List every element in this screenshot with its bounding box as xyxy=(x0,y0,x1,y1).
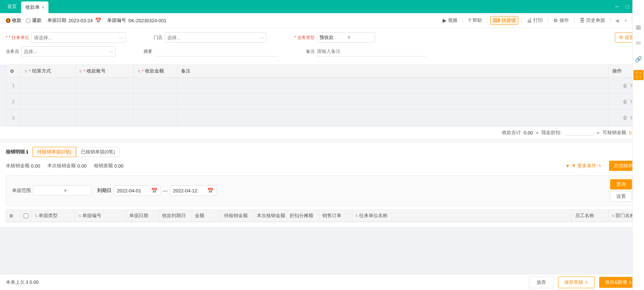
layout-list-icon[interactable]: ≡ xyxy=(622,17,629,24)
biz-type-group: * 业务类型 预收款 ▼ xyxy=(294,32,375,43)
help-btn[interactable]: ? 帮助 xyxy=(466,16,484,24)
divider4 xyxy=(548,17,548,23)
th-action-label: 操作 xyxy=(612,68,622,74)
calendar-icon[interactable]: 📅 xyxy=(95,17,101,23)
th-account-label: 收款账号 xyxy=(87,68,106,74)
video-btn[interactable]: ▶ 视频 xyxy=(440,16,460,24)
save-draft-label: 保存草稿 ∧ xyxy=(564,279,589,286)
dth-doc-date: 单据日期 xyxy=(126,210,159,222)
row-3-delete-icon[interactable]: 🗑 xyxy=(623,115,628,121)
counter-party-input-wrapper[interactable]: ··· xyxy=(31,32,126,43)
abandon-btn[interactable]: 放弃 xyxy=(529,277,554,288)
row-2-account[interactable] xyxy=(75,94,134,109)
doc-range-select[interactable]: ▼ xyxy=(33,185,91,196)
discount-input[interactable] xyxy=(565,130,594,136)
row-2-delete-icon[interactable]: 🗑 xyxy=(623,99,628,105)
sidebar-link-icon[interactable]: 🔗 xyxy=(633,54,644,64)
radio-receipt[interactable]: 收款 xyxy=(6,17,21,24)
store-more-icon[interactable]: ··· xyxy=(260,35,264,40)
counter-party-input[interactable] xyxy=(34,35,119,40)
shortcut-btn[interactable]: ⌨ 快捷键 xyxy=(490,16,518,25)
table-settings-icon[interactable]: ⚙ xyxy=(10,68,14,74)
stat-uncancelled-label: 未核销金额 xyxy=(6,162,30,169)
dth-doc-type: ⇅ 单据类型 xyxy=(32,210,75,222)
dth-employee: 员工名称 xyxy=(572,210,609,222)
table-row: 2 🗑 ⧉ xyxy=(6,94,638,110)
date-from-input[interactable]: 📅 xyxy=(114,185,161,196)
row-1-remark[interactable] xyxy=(177,78,609,93)
divider1 xyxy=(463,17,463,23)
query-btn[interactable]: 查询 xyxy=(610,179,632,189)
stat-current-label: 本次核销金额 xyxy=(47,162,76,169)
biz-type-select[interactable]: 预收款 ▼ xyxy=(317,32,375,43)
sidebar-table-icon[interactable]: ▦ xyxy=(633,22,644,32)
dth-settings[interactable]: ⚙ xyxy=(6,210,21,222)
operation-btn[interactable]: ⚙ 操作 xyxy=(551,16,571,24)
biz-type-label: * 业务类型 xyxy=(294,35,315,41)
detail-title: 核销明细 ℹ xyxy=(6,149,28,155)
operation-icon: ⚙ xyxy=(553,17,558,23)
sort-icon-amount: ⇅ xyxy=(137,69,140,73)
minimize-btn[interactable]: ─ xyxy=(613,3,621,10)
row-2-settlement[interactable] xyxy=(21,94,75,109)
row-2-remark[interactable] xyxy=(177,94,609,109)
dth-doc-date-label: 单据日期 xyxy=(129,212,148,219)
remark-input[interactable] xyxy=(317,46,426,56)
plus-sign: + xyxy=(536,130,539,136)
sidebar-mail-icon[interactable]: ✉ xyxy=(633,38,644,48)
th-amount: ⇅ * 收款金额 xyxy=(134,65,177,77)
sort-icon-dept: ⇅ xyxy=(612,214,614,218)
tab-completed[interactable]: 已核销单据(0笔) xyxy=(76,147,120,157)
salesperson-input[interactable] xyxy=(24,49,107,54)
history-btn[interactable]: 🗄 历史单据 xyxy=(577,16,607,24)
maximize-btn[interactable]: □ xyxy=(624,3,631,10)
salesperson-select[interactable]: ··· xyxy=(21,46,116,56)
calendar-to-icon[interactable]: 📅 xyxy=(207,188,213,193)
close-tab-icon[interactable]: × xyxy=(42,5,44,9)
date-field: 单据日期 2023-03-24 📅 xyxy=(47,17,101,24)
search-settings-btn[interactable]: 设置 xyxy=(610,191,632,202)
row-3-account[interactable] xyxy=(75,110,134,126)
table-row: 1 🗑 ⧉ xyxy=(6,78,638,94)
stat-uncancelled: 未核销金额 0.00 xyxy=(6,162,40,169)
store-input[interactable] xyxy=(167,35,258,40)
row-3-amount[interactable] xyxy=(134,110,177,126)
calendar-from-icon[interactable]: 📅 xyxy=(151,188,157,193)
date-to-field[interactable] xyxy=(173,188,206,193)
date-to-input[interactable]: 📅 xyxy=(170,185,217,196)
doc-num-label: 单据编号 xyxy=(107,17,126,24)
save-draft-btn[interactable]: 保存草稿 ∧ xyxy=(558,277,595,288)
remark-group: 备注 xyxy=(306,46,426,56)
salesperson-more-icon[interactable]: ··· xyxy=(109,48,113,54)
total-info-icon[interactable]: ℹ xyxy=(26,279,28,285)
layout-prev-icon[interactable]: ◀ xyxy=(613,17,621,24)
counter-party-more-icon[interactable]: ··· xyxy=(119,35,123,40)
nav-active-tab[interactable]: 收款单 × xyxy=(21,1,48,13)
doc-num-value: SK-20230324-001 xyxy=(128,18,167,23)
row-3-remark[interactable] xyxy=(177,110,609,126)
row-3-settlement[interactable] xyxy=(21,110,75,126)
row-1-amount[interactable] xyxy=(134,78,177,93)
row-2-amount[interactable] xyxy=(134,94,177,109)
print-btn[interactable]: 🖨 打印 xyxy=(525,16,545,24)
date-from-field[interactable] xyxy=(117,188,150,193)
sidebar-expand-icon[interactable]: ⛶ xyxy=(633,70,644,80)
detail-section: 核销明细 ℹ 待核销单据(0笔) 已核销单据(0笔) 未核销金额 0.00 本次… xyxy=(0,142,644,227)
row-1-settlement[interactable] xyxy=(21,78,75,93)
th-settings[interactable]: ⚙ xyxy=(6,65,21,77)
equals-sign: = xyxy=(597,130,600,136)
dth-amount-label: 金额 xyxy=(195,212,204,219)
nav-home-tab[interactable]: 首页 xyxy=(3,0,21,13)
store-select-wrapper[interactable]: ··· xyxy=(165,32,267,43)
total-label: 本单上欠 xyxy=(6,279,25,286)
select-all-checkbox[interactable] xyxy=(24,213,28,218)
row-1-delete-icon[interactable]: 🗑 xyxy=(623,83,628,89)
doc-range-chevron-icon: ▼ xyxy=(63,188,88,193)
detail-info-icon[interactable]: ℹ xyxy=(26,149,28,155)
more-filters-btn[interactable]: ▼ ▼ 更多条件 ∧ xyxy=(565,162,602,169)
radio-refund[interactable]: 退款 xyxy=(26,17,42,24)
dth-checkbox[interactable] xyxy=(21,210,32,222)
tab-pending[interactable]: 待核销单据(0笔) xyxy=(32,147,76,157)
row-1-account[interactable] xyxy=(75,78,134,93)
summary-input[interactable] xyxy=(154,46,278,56)
